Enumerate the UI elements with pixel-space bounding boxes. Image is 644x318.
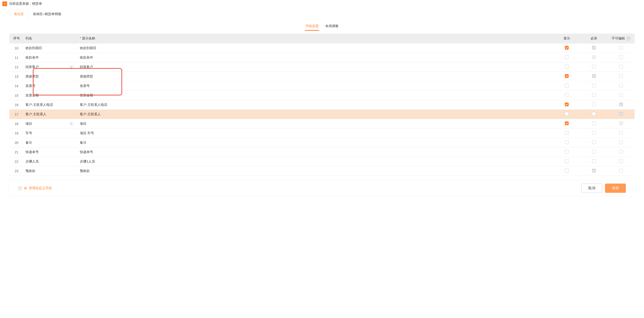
cell-col-name: 预收款 (24, 166, 78, 176)
add-sub-column-button[interactable]: + (70, 65, 74, 69)
main-tab-0[interactable]: 表头区 (10, 10, 28, 19)
save-button[interactable]: 保存 (605, 184, 626, 193)
main-tab-1[interactable]: 表体区–销货单明细 (28, 10, 66, 19)
checkbox-required[interactable] (592, 150, 596, 154)
cell-display-name[interactable]: 发票金额 (78, 91, 553, 100)
question-icon[interactable]: ? (18, 186, 22, 190)
cell-required (580, 62, 608, 72)
col-name-label: 快递单号 (26, 150, 39, 154)
cell-readonly (608, 138, 634, 148)
checkbox-readonly[interactable] (619, 169, 623, 172)
checkbox-show[interactable] (565, 65, 569, 68)
checkbox-readonly[interactable] (619, 150, 623, 154)
cell-display-name[interactable]: 步骤1人员 (78, 157, 553, 166)
col-name-label: 票据类型 (26, 74, 39, 79)
cell-readonly (608, 119, 634, 128)
checkbox-readonly[interactable] (619, 140, 623, 144)
cell-seq: 14 (10, 81, 24, 91)
cell-required (580, 100, 608, 110)
checkbox-required[interactable] (592, 140, 596, 144)
checkbox-show[interactable] (565, 93, 569, 97)
cell-display-name[interactable]: 收款条件 (78, 53, 553, 62)
cell-required (580, 72, 608, 81)
table-row: 20备注备注 (10, 138, 634, 148)
checkbox-show[interactable] (565, 131, 569, 135)
col-name-label: 发票金额 (26, 93, 39, 98)
checkbox-required[interactable] (592, 159, 596, 163)
cell-show (553, 148, 580, 157)
cell-seq: 10 (10, 44, 24, 53)
checkbox-readonly[interactable] (619, 159, 623, 163)
cell-display-name[interactable]: 票据类型 (78, 72, 553, 81)
checkbox-show[interactable] (565, 169, 569, 172)
expand-panel-button[interactable] (2, 2, 7, 6)
sub-tab-1[interactable]: 布局调整 (325, 23, 339, 31)
checkbox-show[interactable] (565, 102, 569, 106)
checkbox-show[interactable] (565, 140, 569, 144)
checkbox-show[interactable] (565, 159, 569, 163)
cell-display-name[interactable]: 快递单号 (78, 148, 553, 157)
cell-readonly (608, 53, 634, 62)
cell-display-name[interactable]: 备注 (78, 138, 553, 148)
table-row: 10收款到期日收款到期日 (10, 44, 634, 53)
checkbox-readonly[interactable] (619, 131, 623, 135)
cell-display-name[interactable]: 项目.车号 (78, 128, 553, 138)
checkbox-required[interactable] (592, 84, 596, 88)
cancel-button[interactable]: 取消 (582, 184, 602, 193)
checkbox-readonly[interactable] (619, 74, 623, 78)
cell-readonly (608, 44, 634, 53)
cell-col-name: 发票号 (24, 81, 78, 91)
checkbox-show[interactable] (565, 46, 569, 50)
cell-display-name[interactable]: 结算客户 (78, 62, 553, 72)
col-name-label: 步骤人员 (26, 160, 39, 164)
checkbox-required[interactable] (592, 102, 596, 106)
checkbox-show[interactable] (565, 84, 569, 88)
checkbox-required[interactable] (592, 131, 596, 135)
checkbox-show[interactable] (565, 112, 569, 116)
checkbox-readonly (619, 102, 623, 106)
cell-display-name[interactable]: 发票号 (78, 81, 553, 91)
cell-readonly (608, 81, 634, 91)
cell-readonly (608, 62, 634, 72)
checkbox-readonly (619, 112, 623, 116)
checkbox-readonly[interactable] (619, 93, 623, 97)
checkbox-required[interactable] (592, 122, 596, 125)
checkbox-readonly[interactable] (619, 65, 623, 68)
checkbox-show[interactable] (565, 122, 569, 125)
cell-readonly (608, 100, 634, 110)
checkbox-required[interactable] (592, 65, 596, 68)
cell-display-name[interactable]: 收款到期日 (78, 44, 553, 53)
col-name-label: 客户.主联系人电话 (26, 103, 53, 107)
checkbox-readonly[interactable] (619, 55, 623, 59)
cell-show (553, 110, 580, 119)
help-icon[interactable]: ? (627, 37, 630, 40)
cell-required (580, 119, 608, 128)
checkbox-show[interactable] (565, 55, 569, 59)
col-name-label: 结算客户 (26, 65, 39, 69)
add-sub-column-button[interactable]: + (70, 122, 74, 126)
cell-display-name[interactable]: 客户.主联系人 (78, 110, 553, 119)
cell-show (553, 91, 580, 100)
cell-display-name[interactable]: 客户.主联系人电话 (78, 100, 553, 110)
cell-display-name[interactable]: 预收款 (78, 166, 553, 176)
manage-custom-fields-link[interactable]: 管理自定义字段 (29, 186, 52, 190)
table-row: 21快递单号快递单号 (10, 148, 634, 157)
table-row: 13票据类型票据类型 (10, 72, 634, 81)
col-name-label: 收款条件 (26, 56, 39, 60)
cell-show (553, 119, 580, 128)
footer-left: ? ⚙ 管理自定义字段 (18, 186, 52, 190)
table-row: 14发票号发票号 (10, 81, 634, 91)
checkbox-readonly[interactable] (619, 84, 623, 88)
col-name-label: 预收款 (26, 169, 36, 173)
cell-seq: 21 (10, 148, 24, 157)
checkbox-show[interactable] (565, 74, 569, 78)
checkbox-required[interactable] (592, 93, 596, 97)
th-readonly: 不可编辑 ? (608, 34, 634, 44)
cell-display-name[interactable]: 项目 (78, 119, 553, 128)
cell-required (580, 110, 608, 119)
checkbox-readonly[interactable] (619, 46, 623, 50)
sub-tab-0[interactable]: 字段设置 (305, 23, 319, 31)
checkbox-required[interactable] (592, 112, 596, 116)
checkbox-show[interactable] (565, 150, 569, 154)
cell-col-name: 车号 (24, 128, 78, 138)
